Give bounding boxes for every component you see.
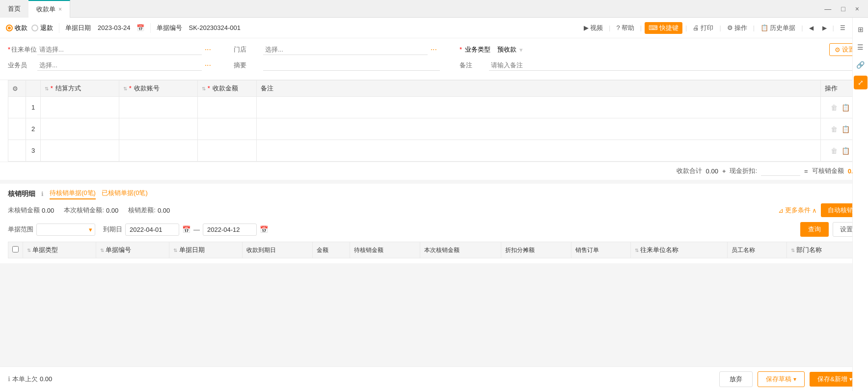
close-window-button[interactable]: × [852, 4, 862, 14]
sidebar-expand-icon[interactable]: ⤢ [854, 76, 868, 89]
info-icon[interactable]: ℹ [41, 191, 44, 197]
tab-receipt[interactable]: 收款单 × [28, 0, 70, 18]
delete-icon[interactable]: 🗑 [831, 104, 838, 112]
abandon-button[interactable]: 放弃 [719, 371, 753, 387]
close-icon[interactable]: × [58, 6, 62, 13]
tab-done[interactable]: 已核销单据(0笔) [102, 189, 148, 199]
delete-icon[interactable]: 🗑 [831, 125, 838, 133]
operation-label: 操作 [734, 24, 747, 32]
more-conditions-button[interactable]: ⊿ 更多条件 ∧ [778, 206, 817, 215]
row-1-num: 1 [26, 97, 41, 118]
tab-home[interactable]: 首页 [0, 0, 28, 18]
radio-refund[interactable]: 退款 [31, 24, 53, 32]
note-input[interactable] [489, 60, 860, 71]
calendar-icon[interactable]: 📅 [136, 24, 144, 31]
delete-icon[interactable]: 🗑 [831, 147, 838, 155]
calendar-end-icon[interactable]: 📅 [260, 225, 268, 233]
copy-icon[interactable]: 📋 [841, 125, 850, 133]
copy-icon[interactable]: 📋 [841, 104, 850, 112]
op-icon: ⚙ [727, 24, 733, 31]
row-3-account[interactable] [119, 140, 198, 162]
minimize-button[interactable]: — [821, 4, 834, 14]
select-all-checkbox[interactable] [12, 246, 19, 252]
prev-button[interactable]: ◀ [806, 23, 816, 33]
row-2-settlement[interactable] [41, 118, 119, 140]
dropdown-arrow-icon[interactable]: ▾ [519, 46, 523, 54]
row-2-account[interactable] [119, 118, 198, 140]
available-label: 可核销金额 [812, 167, 844, 175]
salesperson-input[interactable] [37, 60, 202, 71]
sidebar-table-icon[interactable]: ⊞ [854, 23, 868, 36]
help-button[interactable]: ? 帮助 [613, 22, 637, 34]
col-checkbox [8, 242, 23, 258]
discount-input[interactable] [761, 166, 800, 176]
sidebar-attachment-icon[interactable]: 🔗 [854, 58, 868, 72]
unchecked-label: 未核销金额 [8, 206, 40, 215]
next-button[interactable]: ▶ [819, 23, 830, 33]
row-1-amount[interactable] [198, 97, 257, 118]
play-icon: ▶ [584, 24, 589, 31]
radio-receipt-dot [6, 25, 13, 31]
due-start-input[interactable] [125, 223, 179, 236]
footer-left: ℹ 本单上欠 0.00 [8, 375, 52, 384]
sidebar-list-icon[interactable]: ☰ [854, 40, 868, 54]
keyboard-icon: ⌨ [649, 24, 658, 31]
col-account-header: ⇅ * 收款账号 [119, 81, 198, 97]
col-employee-name: 员工名称 [728, 242, 787, 258]
date-value: 2023-03-24 [98, 24, 131, 31]
row-2-remark[interactable] [257, 118, 821, 140]
row-1-remark[interactable] [257, 97, 821, 118]
shortcut-button[interactable]: ⌨ 快捷键 [645, 22, 682, 34]
list-view-button[interactable]: ☰ [837, 23, 848, 33]
col-doc-date: ⇅ 单据日期 [169, 242, 243, 258]
radio-receipt[interactable]: 收款 [6, 24, 27, 32]
row-2-amount[interactable] [198, 118, 257, 140]
range-select[interactable] [36, 223, 95, 236]
print-label: 打印 [701, 24, 713, 32]
row-3-actions: 🗑 📋 [825, 147, 856, 155]
divider-1 [59, 23, 59, 33]
shop-more-button[interactable]: ··· [428, 45, 440, 54]
current-value: 0.00 [106, 207, 118, 214]
footer-value: 0.00 [40, 375, 52, 383]
history-icon: 📋 [760, 24, 768, 31]
video-button[interactable]: ▶ 视频 [581, 22, 606, 34]
partner-input[interactable] [37, 44, 202, 55]
partner-more-button[interactable]: ··· [202, 45, 214, 54]
save-new-label: 保存&新增 [817, 375, 847, 384]
radio-refund-dot [31, 25, 38, 31]
print-button[interactable]: 🖨 打印 [690, 22, 716, 34]
shortcut-label: 快捷键 [659, 24, 678, 32]
history-label: 历史单据 [770, 24, 795, 32]
tab-pending[interactable]: 待核销单据(0笔) [50, 189, 96, 199]
col-doc-type: ⇅ 单据类型 [23, 242, 96, 258]
row-1-account[interactable] [119, 97, 198, 118]
footer-info-icon[interactable]: ℹ [8, 375, 10, 383]
range-label: 单据范围 [8, 225, 33, 234]
salesperson-label: 业务员 [8, 61, 37, 70]
row-3-amount[interactable] [198, 140, 257, 162]
table-row: 1 🗑 📋 [8, 97, 860, 118]
table-gear-icon[interactable]: ⚙ [12, 85, 18, 92]
shop-input[interactable] [263, 44, 428, 55]
row-1-settlement[interactable] [41, 97, 119, 118]
due-end-input[interactable] [203, 223, 257, 236]
equals-sign: = [804, 168, 808, 175]
copy-icon[interactable]: 📋 [841, 147, 850, 155]
save-draft-button[interactable]: 保存草稿 ▾ [758, 371, 805, 387]
summary-input[interactable] [263, 60, 440, 71]
salesperson-more-button[interactable]: ··· [202, 61, 214, 70]
query-button[interactable]: 查询 [800, 222, 829, 237]
row-3-remark[interactable] [257, 140, 821, 162]
maximize-button[interactable]: □ [838, 4, 848, 14]
calendar-start-icon[interactable]: 📅 [182, 225, 190, 233]
row-3-settlement[interactable] [41, 140, 119, 162]
note-label: 备注 [460, 61, 489, 70]
operation-button[interactable]: ⚙ 操作 [724, 22, 750, 34]
table-row: 2 🗑 📋 [8, 118, 860, 140]
history-button[interactable]: 📋 历史单据 [758, 22, 798, 34]
number-label: 单据编号 [157, 24, 182, 32]
discount-label: 现金折扣: [730, 167, 757, 175]
bottom-table: ⇅ 单据类型 ⇅ 单据编号 ⇅ 单据日期 收款到期日 金额 待核销金额 本次核销… [8, 242, 860, 258]
number-field: 单据编号 SK-20230324-001 [157, 24, 241, 32]
